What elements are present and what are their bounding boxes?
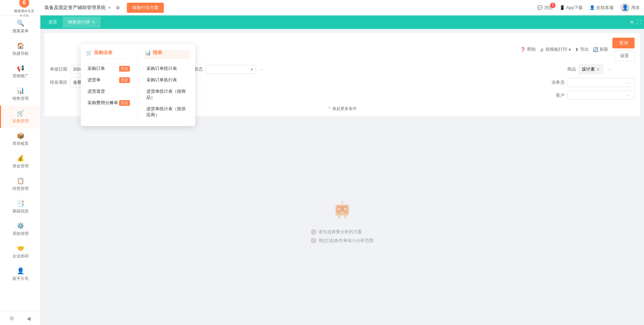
print-chevron-icon[interactable]: ▾ — [569, 47, 571, 52]
salesperson-label: 业务员 — [551, 79, 565, 85]
dropdown-purchase-header: 🛒 采购业务 — [86, 50, 131, 59]
svg-rect-11 — [338, 215, 340, 218]
dropdown-report-col: 📊 报表 采购订单统计表 采购订单执行表 进货单统计表（按商品） 进货单统计表（… — [145, 50, 190, 121]
dropdown-report-header: 📊 报表 — [145, 50, 190, 59]
purchase-order-history-badge: 历史 — [119, 66, 130, 72]
sidebar-item-purchase[interactable]: 🛒 采购管理 — [0, 106, 40, 128]
tip-text-1: 请先选择要分析的方案 — [318, 228, 362, 236]
newbie-icon: 👤 — [17, 267, 24, 275]
phone-icon: 📱 — [560, 5, 565, 10]
tab-home[interactable]: 首页 — [43, 16, 63, 28]
sidebar-label-enterprise: 企业协同 — [12, 253, 29, 259]
sidebar-item-system[interactable]: ⚙️ 系统管理 — [0, 218, 40, 241]
sidebar-label-system: 系统管理 — [12, 231, 29, 237]
tab-close-icon[interactable]: ✕ — [92, 20, 95, 25]
tab-close-all-icon[interactable]: ✕ — [630, 19, 634, 25]
salesperson-more-icon: ··· — [625, 80, 632, 85]
customer-select[interactable]: ··· — [567, 91, 635, 100]
sidebar-item-marketing[interactable]: 📢 营销推广 — [0, 60, 40, 83]
collapse-button[interactable]: ⌃ 收起更多条件 — [328, 106, 357, 112]
sidebar-item-sales[interactable]: 📊 销售管理 — [0, 83, 40, 106]
filter-salesperson-item: 业务员 ··· — [551, 78, 635, 87]
sidebar-item-newbie[interactable]: 👤 新手引导 — [0, 263, 40, 286]
print-item[interactable]: 🖨 按模板打印 ▾ — [540, 46, 571, 52]
dropdown-purchase-order-stat[interactable]: 采购订单统计表 — [145, 63, 190, 74]
dropdown-purchase-expense[interactable]: 采购费用分摊单 历史 — [86, 97, 131, 109]
notification-item[interactable]: 💬 消息 9 — [537, 5, 553, 11]
message-icon: 💬 — [537, 5, 543, 10]
export-item[interactable]: ⬆ 导出 — [575, 46, 589, 52]
sidebar-label-base: 基础信息 — [12, 208, 29, 214]
topbar: 6 畅捷通好生意 标准版 装备及固定资产辅助管理系统 ▾ ⚙ 体验行业方案 💬 … — [0, 0, 644, 15]
goods-tag[interactable]: 设计素 ✕ — [579, 65, 603, 74]
tip-text-2: 用[过滤]条件来缩小分析范围 — [318, 236, 373, 245]
topbar-settings-icon[interactable]: ⚙ — [116, 5, 120, 10]
sidebar-item-enterprise[interactable]: 🤝 企业协同 — [0, 241, 40, 263]
sidebar-item-operations[interactable]: 📋 经营管理 — [0, 173, 40, 196]
print-label: 按模板打印 — [545, 46, 567, 52]
sidebar-label-inventory: 库存核算 — [12, 141, 29, 147]
marketing-icon: 📢 — [17, 65, 24, 72]
rank-label: 排名项目 — [50, 79, 67, 85]
tip-num-2: 2 — [311, 238, 316, 243]
user-item[interactable]: 👤 用友 — [620, 3, 640, 12]
status-more-icon[interactable]: ··· — [259, 67, 265, 72]
user-label: 用友 — [631, 5, 640, 11]
customer-more-icon: ··· — [625, 93, 632, 98]
logo[interactable]: 6 畅捷通好生意 标准版 — [4, 0, 44, 18]
refresh-icon: 🔄 — [593, 47, 598, 52]
online-service-item[interactable]: 👤 在线客服 — [589, 5, 614, 11]
dropdown-stock-stat-goods[interactable]: 进货单统计表（按商品） — [145, 86, 190, 103]
goods-more-icon[interactable]: ··· — [606, 67, 612, 72]
sidebar-label-search: 搜索菜单 — [12, 28, 29, 34]
goods-tag-close-icon[interactable]: ✕ — [596, 67, 600, 72]
sidebar-label-sales: 销售管理 — [12, 96, 29, 101]
enterprise-icon: 🤝 — [17, 245, 24, 252]
refresh-label: 刷新 — [600, 46, 608, 52]
help-item[interactable]: ❓ 帮助 — [520, 46, 536, 52]
tab-home-label: 首页 — [48, 19, 57, 25]
goods-label: 商品 — [567, 66, 576, 72]
dropdown-stock-return[interactable]: 进货退货 — [86, 86, 131, 97]
tab-sales-ranking[interactable]: 销售排行榜 ✕ — [63, 16, 101, 28]
logo-brand: 畅捷通好生意 — [14, 9, 34, 13]
stock-in-label: 进货单 — [87, 77, 101, 83]
sidebar-item-base[interactable]: 📑 基础信息 — [0, 196, 40, 218]
settings-button[interactable]: 设置 — [614, 50, 635, 61]
sidebar-item-quick-nav[interactable]: 🏠 快捷导航 — [0, 38, 40, 60]
collapse-sidebar-icon[interactable]: ◀ — [27, 315, 31, 322]
service-icon: 👤 — [589, 5, 595, 10]
empty-tips: 1 请先选择要分析的方案 2 用[过滤]条件来缩小分析范围 — [311, 228, 373, 245]
status-select[interactable]: ▾ — [206, 65, 256, 74]
sidebar-bottom: ⚙ ◀ — [0, 312, 40, 325]
tip-num-1: 1 — [311, 229, 316, 235]
dropdown-purchase-order-exec[interactable]: 采购订单执行表 — [145, 74, 190, 86]
finance-icon: 💰 — [17, 155, 24, 162]
dropdown-stock-in[interactable]: 进货单 历史 — [86, 74, 131, 86]
svg-text:6: 6 — [23, 0, 26, 5]
print-icon: 🖨 — [540, 47, 544, 52]
report-section-icon: 📊 — [145, 50, 151, 55]
industry-btn[interactable]: 体验行业方案 — [127, 3, 164, 13]
sidebar-item-search[interactable]: 🔍 搜索菜单 — [0, 15, 40, 38]
tab-maximize-icon[interactable]: ⛶ — [637, 19, 641, 25]
sidebar-label-purchase: 采购管理 — [12, 118, 29, 124]
dropdown-stock-stat-supplier[interactable]: 进货单统计表（按供应商） — [145, 103, 190, 121]
stock-in-history-badge: 历史 — [119, 77, 130, 83]
help-label: 帮助 — [527, 46, 536, 52]
date-label: 单据日期 — [50, 66, 67, 72]
empty-tip-1: 1 请先选择要分析的方案 — [311, 228, 373, 236]
app-download-item[interactable]: 📱 App下载 — [560, 5, 583, 11]
sidebar-item-inventory[interactable]: 📦 库存核算 — [0, 128, 40, 151]
refresh-item[interactable]: 🔄 刷新 — [593, 46, 608, 52]
empty-state: 1 请先选择要分析的方案 2 用[过滤]条件来缩小分析范围 — [44, 120, 640, 321]
settings-bottom-icon[interactable]: ⚙ — [9, 315, 14, 322]
title-chevron-icon[interactable]: ▾ — [108, 5, 110, 10]
main-layout: 🔍 搜索菜单 🏠 快捷导航 📢 营销推广 📊 销售管理 🛒 采购管理 📦 库存核… — [0, 15, 644, 325]
purchase-order-exec-label: 采购订单执行表 — [146, 77, 177, 83]
salesperson-select[interactable]: ··· — [567, 78, 635, 87]
dropdown-purchase-order[interactable]: 采购订单 历史 — [86, 63, 131, 74]
query-button[interactable]: 查询 — [612, 38, 635, 48]
sidebar-item-finance[interactable]: 💰 资金管理 — [0, 151, 40, 173]
system-title[interactable]: 装备及固定资产辅助管理系统 — [44, 5, 106, 11]
